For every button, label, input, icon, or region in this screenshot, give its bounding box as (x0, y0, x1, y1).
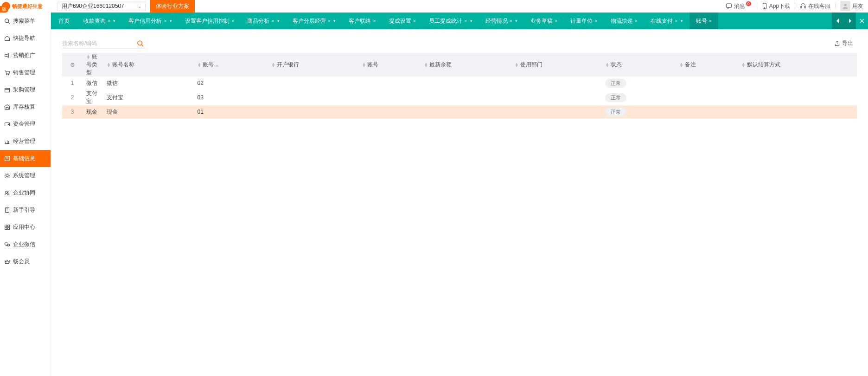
sidebar-item-label: 经营管理 (13, 137, 35, 145)
sidebar-item-label: 企业微信 (13, 240, 35, 248)
tab-4[interactable]: 商品分析× (241, 13, 286, 29)
sidebar-item-9[interactable]: 系统管理 (0, 167, 51, 184)
tab-8[interactable]: 员工提成统计× (422, 13, 479, 29)
sidebar-item-13[interactable]: 企业微信 (0, 236, 51, 253)
close-icon[interactable]: × (594, 18, 597, 24)
column-header-3[interactable]: ▲▼账号... (194, 53, 268, 77)
sidebar-item-1[interactable]: 快捷导航 (0, 30, 51, 47)
gear-icon: ⚙ (70, 62, 75, 68)
try-industry-button[interactable]: 体验行业方案 (150, 0, 195, 13)
sidebar-item-10[interactable]: 企业协同 (0, 184, 51, 201)
apps-icon (4, 224, 10, 231)
sidebar-item-0[interactable]: 搜索菜单 (0, 13, 51, 30)
tab-12[interactable]: 物流快递× (604, 13, 644, 29)
app-download-label: App下载 (769, 2, 790, 10)
content-area: 首页收款查询×客户信用分析×设置客户信用控制×商品分析×客户分层经营×客户联络×… (51, 13, 868, 376)
column-header-2[interactable]: ▲▼账号名称 (103, 53, 194, 77)
svg-rect-19 (5, 227, 6, 229)
close-icon[interactable]: × (271, 18, 274, 24)
tab-1[interactable]: 收款查询× (77, 13, 122, 29)
svg-rect-9 (5, 88, 9, 92)
column-header-7[interactable]: ▲▼使用部门 (511, 53, 602, 77)
column-header-1[interactable]: ▲▼账号类型 (83, 53, 103, 77)
sidebar-item-7[interactable]: 经营管理 (0, 133, 51, 150)
headset-icon (800, 3, 806, 9)
tab-14[interactable]: 账号× (689, 13, 718, 29)
sidebar-item-3[interactable]: 销售管理 (0, 64, 51, 81)
sidebar-item-6[interactable]: 资金管理 (0, 116, 51, 133)
message-link[interactable]: 消息 0 (721, 0, 757, 13)
export-button[interactable]: 导出 (830, 38, 857, 49)
tab-6[interactable]: 客户联络× (342, 13, 382, 29)
sort-icon: ▲▼ (605, 63, 609, 67)
column-header-5[interactable]: ▲▼账号 (358, 53, 421, 77)
close-icon[interactable]: × (675, 18, 677, 24)
close-icon[interactable]: × (413, 18, 416, 24)
column-label: 账号... (203, 61, 218, 68)
sidebar-item-12[interactable]: 应用中心 (0, 219, 51, 236)
online-service-link[interactable]: 在线客服 (795, 0, 835, 13)
cell-acct (358, 90, 421, 105)
close-icon[interactable]: × (328, 18, 331, 24)
column-header-10[interactable]: ▲▼默认结算方式 (738, 53, 857, 77)
cell-name: 微信 (103, 77, 194, 90)
sidebar-item-label: 库存核算 (13, 103, 35, 111)
column-header-8[interactable]: ▲▼状态 (601, 53, 676, 77)
cell-dept (511, 105, 602, 118)
sidebar-item-8[interactable]: 基础信息 (0, 150, 51, 167)
page-body: 导出 ⚙▲▼账号类型▲▼账号名称▲▼账号...▲▼开户银行▲▼账号▲▼最新余额▲… (51, 29, 868, 376)
tab-11[interactable]: 计量单位× (564, 13, 604, 29)
sidebar-item-14[interactable]: 畅会员 (0, 253, 51, 270)
tab-2[interactable]: 客户信用分析× (122, 13, 178, 29)
close-icon[interactable]: × (108, 18, 110, 24)
column-label: 账号 (367, 61, 378, 68)
status-badge: 正常 (605, 108, 626, 117)
tab-label: 物流快递 (611, 17, 633, 25)
svg-point-5 (844, 4, 846, 6)
search-icon[interactable] (135, 40, 146, 47)
column-header-0[interactable]: ⚙ (62, 53, 83, 77)
close-icon[interactable]: × (464, 18, 467, 24)
chat-icon (726, 3, 732, 9)
table-row[interactable]: 3现金现金01正常 (62, 105, 857, 118)
tabs-scroll-right[interactable] (844, 13, 856, 29)
sidebar-item-4[interactable]: 采购管理 (0, 81, 51, 98)
tabs-close-all[interactable] (856, 13, 868, 29)
close-icon[interactable]: × (709, 18, 712, 24)
tab-7[interactable]: 提成设置× (383, 13, 422, 29)
company-selector[interactable]: 用户690企业1660120507 ⌄ (57, 1, 146, 11)
tab-10[interactable]: 业务草稿× (524, 13, 564, 29)
mobile-icon (762, 3, 767, 9)
close-icon[interactable]: × (164, 18, 166, 24)
search-box (62, 38, 146, 49)
table-row[interactable]: 1微信微信02正常 (62, 77, 857, 90)
close-icon[interactable]: × (510, 18, 512, 24)
sidebar-item-5[interactable]: 库存核算 (0, 98, 51, 116)
avatar-icon (840, 1, 850, 11)
tab-5[interactable]: 客户分层经营× (286, 13, 342, 29)
column-header-6[interactable]: ▲▼最新余额 (420, 53, 511, 77)
tab-0[interactable]: 首页 (51, 13, 77, 29)
tab-3[interactable]: 设置客户信用控制× (179, 13, 241, 29)
table-row[interactable]: 2支付宝支付宝03正常 (62, 90, 857, 105)
tabs-scroll-left[interactable] (832, 13, 844, 29)
cell-code: 02 (194, 77, 268, 90)
close-icon[interactable]: × (635, 18, 638, 24)
sidebar-item-11[interactable]: 新手引导 (0, 201, 51, 219)
sidebar-item-label: 新手引导 (13, 206, 35, 214)
column-label: 账号名称 (112, 61, 134, 68)
tab-13[interactable]: 在线支付× (644, 13, 689, 29)
sidebar-item-2[interactable]: 营销推广 (0, 47, 51, 64)
close-icon[interactable]: × (373, 18, 376, 24)
tab-9[interactable]: 经营情况× (479, 13, 524, 29)
app-download-link[interactable]: App下载 (757, 0, 795, 13)
sort-icon: ▲▼ (271, 63, 275, 67)
sidebar-item-label: 资金管理 (13, 120, 35, 128)
column-header-9[interactable]: ▲▼备注 (676, 53, 738, 77)
column-header-4[interactable]: ▲▼开户银行 (268, 53, 358, 77)
close-icon[interactable]: × (231, 18, 234, 24)
close-icon[interactable]: × (555, 18, 557, 24)
search-input[interactable] (62, 38, 135, 48)
user-menu[interactable]: 用友 (836, 0, 868, 13)
gear-icon (4, 173, 10, 179)
